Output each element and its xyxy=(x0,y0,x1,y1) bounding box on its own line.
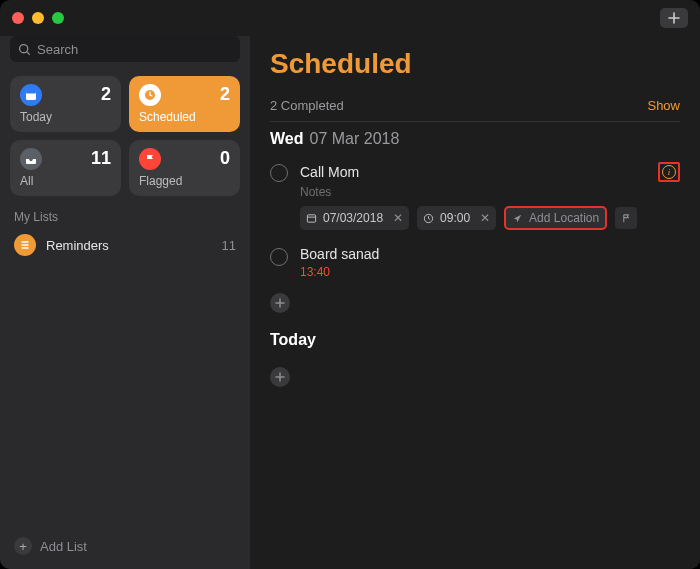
plus-icon xyxy=(275,298,285,308)
detail-pills: 07/03/2018 ✕ 09:00 ✕ Add Location xyxy=(300,206,680,230)
clock-icon xyxy=(423,213,434,224)
app-window: Search 2 Today xyxy=(0,0,700,569)
flag-toggle[interactable] xyxy=(615,207,637,229)
time-pill[interactable]: 09:00 ✕ xyxy=(417,206,496,230)
add-reminder-button[interactable] xyxy=(270,367,290,387)
my-lists-header: My Lists xyxy=(14,210,240,224)
today-section-header: Today xyxy=(270,331,680,349)
inbox-icon xyxy=(20,148,42,170)
search-input[interactable]: Search xyxy=(10,36,240,62)
add-location-label: Add Location xyxy=(529,211,599,225)
content: Search 2 Today xyxy=(0,36,700,569)
card-all-count: 11 xyxy=(91,148,111,169)
card-flagged-label: Flagged xyxy=(139,174,230,188)
card-scheduled-label: Scheduled xyxy=(139,110,230,124)
plus-icon xyxy=(275,372,285,382)
overdue-time: 13:40 xyxy=(300,265,680,279)
date-weekday: Wed xyxy=(270,130,303,148)
titlebar xyxy=(0,0,700,36)
info-button[interactable]: i xyxy=(658,162,680,182)
notes-field[interactable]: Notes xyxy=(300,185,680,199)
completed-row: 2 Completed Show xyxy=(270,98,680,122)
complete-toggle[interactable] xyxy=(270,164,288,182)
card-scheduled-count: 2 xyxy=(220,84,230,105)
list-bullet-icon xyxy=(14,234,36,256)
date-value: 07/03/2018 xyxy=(323,211,383,225)
info-icon: i xyxy=(662,165,676,179)
card-all[interactable]: 11 All xyxy=(10,140,121,196)
reminder-title[interactable]: Call Mom xyxy=(300,164,359,180)
plus-circle-icon: + xyxy=(14,537,32,555)
search-placeholder: Search xyxy=(37,42,78,57)
card-all-label: All xyxy=(20,174,111,188)
add-location-button[interactable]: Add Location xyxy=(504,206,607,230)
maximize-window-button[interactable] xyxy=(52,12,64,24)
add-list-label: Add List xyxy=(40,539,87,554)
flag-icon xyxy=(139,148,161,170)
plus-icon xyxy=(668,12,680,24)
window-controls xyxy=(12,12,64,24)
date-pill[interactable]: 07/03/2018 ✕ xyxy=(300,206,409,230)
minimize-window-button[interactable] xyxy=(32,12,44,24)
date-rest: 07 Mar 2018 xyxy=(309,130,399,148)
date-group-header: Wed 07 Mar 2018 xyxy=(270,130,680,148)
add-reminder-button[interactable] xyxy=(270,293,290,313)
smart-lists: 2 Today 2 Scheduled xyxy=(10,76,240,196)
reminder-title[interactable]: Board sanad xyxy=(300,246,680,262)
main-panel: Scheduled 2 Completed Show Wed 07 Mar 20… xyxy=(250,36,700,569)
card-flagged-count: 0 xyxy=(220,148,230,169)
clock-icon xyxy=(139,84,161,106)
page-title: Scheduled xyxy=(270,48,680,80)
new-reminder-button[interactable] xyxy=(660,8,688,28)
list-name: Reminders xyxy=(46,238,109,253)
search-icon xyxy=(18,43,31,56)
calendar-icon xyxy=(20,84,42,106)
close-window-button[interactable] xyxy=(12,12,24,24)
reminder-item[interactable]: Call Mom i Notes 07/03/2018 ✕ xyxy=(270,158,680,234)
flag-icon xyxy=(621,213,632,224)
card-today-count: 2 xyxy=(101,84,111,105)
reminder-item[interactable]: Board sanad 13:40 xyxy=(270,242,680,283)
show-completed-button[interactable]: Show xyxy=(647,98,680,113)
add-list-button[interactable]: + Add List xyxy=(10,533,240,559)
card-flagged[interactable]: 0 Flagged xyxy=(129,140,240,196)
svg-rect-2 xyxy=(26,91,36,94)
time-value: 09:00 xyxy=(440,211,470,225)
location-arrow-icon xyxy=(512,213,523,224)
complete-toggle[interactable] xyxy=(270,248,288,266)
list-count: 11 xyxy=(222,238,236,253)
reminder-body: Board sanad 13:40 xyxy=(300,246,680,279)
completed-count: 2 Completed xyxy=(270,98,344,113)
card-today[interactable]: 2 Today xyxy=(10,76,121,132)
list-reminders[interactable]: Reminders 11 xyxy=(10,230,240,260)
clear-time-button[interactable]: ✕ xyxy=(480,211,490,225)
calendar-icon xyxy=(306,213,317,224)
card-today-label: Today xyxy=(20,110,111,124)
reminder-body: Call Mom i Notes 07/03/2018 ✕ xyxy=(300,162,680,230)
card-scheduled[interactable]: 2 Scheduled xyxy=(129,76,240,132)
sidebar: Search 2 Today xyxy=(0,36,250,569)
svg-rect-4 xyxy=(307,214,315,221)
clear-date-button[interactable]: ✕ xyxy=(393,211,403,225)
